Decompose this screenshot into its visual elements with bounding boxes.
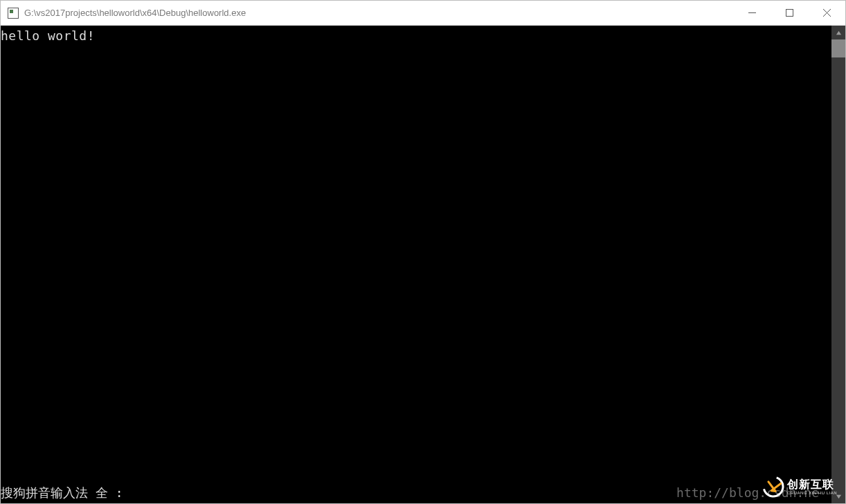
scroll-up-button[interactable]: [831, 26, 845, 39]
window-controls: [733, 1, 845, 25]
brand-name-cn: 创新互联: [787, 479, 837, 490]
minimize-icon: [748, 9, 756, 17]
window-title: G:\vs2017projects\helloworld\x64\Debug\h…: [24, 8, 733, 18]
console-body[interactable]: hello world! 搜狗拼音输入法 全 : http://blog.csd…: [1, 26, 831, 503]
svg-rect-1: [786, 10, 793, 17]
scrollbar-thumb[interactable]: [831, 39, 845, 57]
maximize-icon: [786, 9, 793, 17]
svg-marker-4: [836, 30, 840, 34]
minimize-button[interactable]: [733, 1, 771, 25]
scrollbar-track[interactable]: [831, 39, 845, 489]
brand-mark-icon: [762, 476, 784, 498]
console-window: G:\vs2017projects\helloworld\x64\Debug\h…: [0, 0, 846, 504]
chevron-up-icon: [836, 30, 842, 36]
titlebar[interactable]: G:\vs2017projects\helloworld\x64\Debug\h…: [1, 1, 845, 26]
content-area: hello world! 搜狗拼音输入法 全 : http://blog.csd…: [1, 26, 845, 503]
brand-logo: 创新互联 CHUANG XIN HU LIAN: [762, 476, 837, 498]
brand-name-en: CHUANG XIN HU LIAN: [787, 491, 837, 495]
console-output: hello world!: [1, 28, 95, 44]
close-button[interactable]: [808, 1, 845, 25]
app-icon: [8, 8, 19, 19]
vertical-scrollbar[interactable]: [831, 26, 845, 503]
ime-status: 搜狗拼音输入法 全 :: [1, 485, 123, 501]
close-icon: [823, 9, 831, 17]
brand-text: 创新互联 CHUANG XIN HU LIAN: [787, 479, 837, 495]
maximize-button[interactable]: [771, 1, 808, 25]
